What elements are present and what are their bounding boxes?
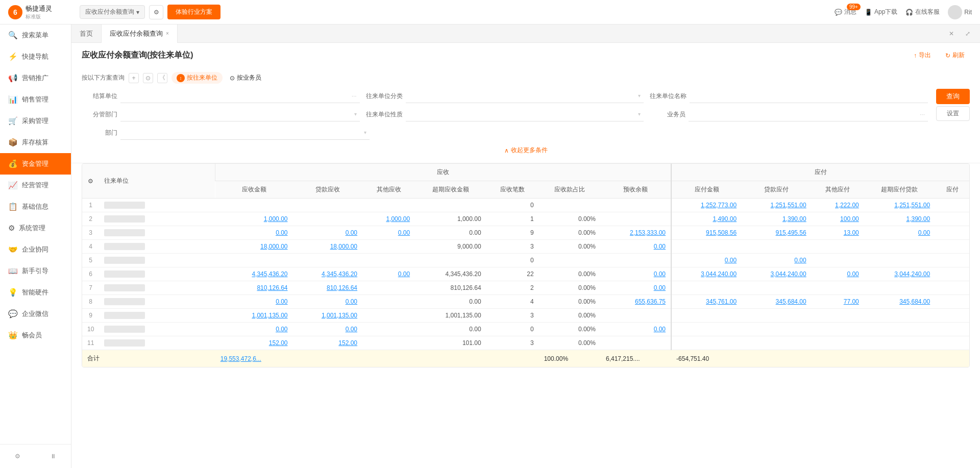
tab-arbalance[interactable]: 应收应付余额查询 ×	[102, 24, 178, 43]
cell-link[interactable]: 152.00	[338, 339, 357, 347]
online-service-button[interactable]: 🎧 在线客服	[905, 8, 940, 16]
sidebar-item-sales[interactable]: 📊 销售管理	[0, 89, 71, 110]
partner-nature-select[interactable]: ▾	[406, 107, 644, 121]
cell-link[interactable]: 1,001,135.00	[252, 312, 287, 319]
export-button[interactable]: ↑ 导出	[909, 49, 936, 62]
cell-link[interactable]: 0.00	[276, 298, 287, 305]
cell-link[interactable]: 810,126.64	[257, 284, 287, 291]
sidebar-item-member[interactable]: 👑 畅会员	[0, 325, 71, 346]
cell-link[interactable]: 0.00	[794, 257, 806, 264]
cell-link[interactable]: 77.00	[844, 298, 859, 305]
cell-link[interactable]: 1,000.00	[386, 215, 410, 223]
cell-link[interactable]: 345,684.00	[776, 298, 806, 305]
collapse-conditions-button[interactable]: ∧ 收起更多条件	[82, 144, 970, 157]
cell-link[interactable]: 2,153,333.00	[630, 229, 666, 236]
cell-link[interactable]: 100.00	[840, 215, 859, 223]
setting-button[interactable]: 设置	[936, 106, 970, 121]
cell-link[interactable]: 18,000.00	[260, 243, 287, 250]
cell-link[interactable]: 1,001,135.00	[322, 312, 357, 319]
cell-link[interactable]: 0.00	[725, 257, 737, 264]
cell-link[interactable]: 1,222.00	[835, 202, 859, 209]
filter-collapse-btn[interactable]: 《	[157, 73, 167, 83]
cell-link[interactable]: 4,345,436.20	[322, 270, 357, 278]
industry-solution-button[interactable]: 体验行业方案	[167, 5, 220, 19]
total-ar-amount[interactable]: 19,553,472,6...	[215, 350, 293, 367]
sidebar-item-capital[interactable]: 💰 资金管理	[0, 153, 71, 175]
sidebar-item-hardware[interactable]: 💡 智能硬件	[0, 282, 71, 303]
cell-link[interactable]: 1,390.00	[782, 215, 806, 223]
sidebar-item-cooperation[interactable]: 🤝 企业协同	[0, 239, 71, 260]
cell-link[interactable]: 1,252,773.00	[701, 202, 737, 209]
cell-link[interactable]: 0.00	[398, 270, 410, 278]
sidebar-item-management[interactable]: 📈 经营管理	[0, 175, 71, 196]
refresh-button[interactable]: ↻ 刷新	[940, 49, 970, 62]
sidebar-item-purchase[interactable]: 🛒 采购管理	[0, 110, 71, 132]
cell-link[interactable]: 13.00	[844, 229, 859, 236]
department-select[interactable]: ▾	[120, 126, 370, 140]
app-download-button[interactable]: 📱 App下载	[865, 8, 897, 16]
cell-ar-overdue	[415, 254, 486, 267]
filter-add-button[interactable]: +	[129, 73, 139, 83]
cell-link[interactable]: 0.00	[918, 229, 930, 236]
cell-link[interactable]: 0.00	[654, 243, 666, 250]
cell-link[interactable]: 810,126.64	[327, 284, 357, 291]
cell-link[interactable]: 0.00	[276, 326, 287, 333]
salesperson-input[interactable]: ···	[689, 107, 928, 121]
tab-expand-button[interactable]: ⤢	[962, 28, 974, 40]
cell-link[interactable]: 655,636.75	[635, 298, 666, 305]
cell-link[interactable]: 0.00	[654, 326, 666, 333]
th-settings[interactable]: ⚙	[82, 164, 99, 199]
user-profile[interactable]: Rit	[948, 5, 972, 19]
cell-link[interactable]: 0.00	[398, 229, 410, 236]
settlement-unit-input[interactable]: ···	[120, 89, 360, 103]
sidebar-collapse-button[interactable]: ⏸	[42, 449, 64, 464]
cell-link[interactable]: 1,251,551.00	[771, 202, 806, 209]
sidebar-item-quicknav[interactable]: ⚡ 快捷导航	[0, 46, 71, 67]
sidebar-item-guide[interactable]: 📖 新手引导	[0, 260, 71, 282]
sidebar-item-weixin[interactable]: 💬 企业微信	[0, 303, 71, 325]
sidebar-item-search[interactable]: 🔍 搜索菜单	[0, 24, 71, 46]
partner-category-select[interactable]: ▾	[406, 89, 644, 103]
cell-link[interactable]: 0.00	[346, 326, 357, 333]
cell-link[interactable]: 0.00	[654, 284, 666, 291]
messages-button[interactable]: 💬 消息 99+	[835, 8, 856, 16]
cell-link[interactable]: 0.00	[346, 229, 357, 236]
filter-scheme-salesperson[interactable]: ⊙ 按业务员	[225, 72, 266, 84]
cell-link[interactable]: 3,044,240.00	[771, 270, 806, 278]
tab-close-window-button[interactable]: ✕	[945, 28, 958, 40]
cell-link[interactable]: 915,508.56	[706, 229, 737, 236]
division-select[interactable]: ▾	[120, 107, 360, 121]
table-wrapper[interactable]: ⚙ 往来单位 应收 应付 应收金额 贷款应收 其他应收	[82, 163, 970, 367]
query-button[interactable]: 查询	[936, 89, 970, 104]
cell-link[interactable]: 1,251,551.00	[894, 202, 930, 209]
settings-gear-button[interactable]: ⚙	[149, 5, 163, 19]
partner-name-input[interactable]	[690, 89, 928, 103]
filter-scheme-partner[interactable]: ↕ 按往来单位	[172, 72, 223, 84]
cell-ar-overdue: 0.00	[415, 295, 486, 309]
cell-link[interactable]: 18,000.00	[330, 243, 357, 250]
cell-link[interactable]: 0.00	[654, 270, 666, 278]
filter-settings-button[interactable]: ⊙	[143, 73, 153, 83]
cell-link[interactable]: 152.00	[269, 339, 288, 347]
cell-link[interactable]: 0.00	[847, 270, 859, 278]
sidebar-item-basic[interactable]: 📋 基础信息	[0, 196, 71, 217]
cell-link[interactable]: 915,495.56	[776, 229, 806, 236]
breadcrumb[interactable]: 应收应付余额查询 ▾	[80, 5, 145, 19]
sidebar-item-system[interactable]: ⚙ 系统管理	[0, 217, 71, 239]
cell-link[interactable]: 4,345,436.20	[252, 270, 287, 278]
tab-home[interactable]: 首页	[71, 24, 102, 43]
cell-link[interactable]: 345,761.00	[706, 298, 737, 305]
cell-link[interactable]: 1,390.00	[906, 215, 930, 223]
logo-sub: 标准版	[26, 13, 52, 20]
sidebar-settings-button[interactable]: ⚙	[7, 449, 29, 464]
tab-close-icon[interactable]: ×	[166, 31, 169, 36]
cell-link[interactable]: 0.00	[276, 229, 287, 236]
cell-link[interactable]: 3,044,240.00	[894, 270, 930, 278]
cell-link[interactable]: 3,044,240.00	[701, 270, 737, 278]
cell-link[interactable]: 1,000.00	[264, 215, 288, 223]
cell-link[interactable]: 1,490.00	[713, 215, 737, 223]
sidebar-item-marketing[interactable]: 📢 营销推广	[0, 67, 71, 89]
cell-link[interactable]: 0.00	[346, 298, 357, 305]
cell-link[interactable]: 345,684.00	[899, 298, 930, 305]
sidebar-item-inventory[interactable]: 📦 库存核算	[0, 132, 71, 153]
